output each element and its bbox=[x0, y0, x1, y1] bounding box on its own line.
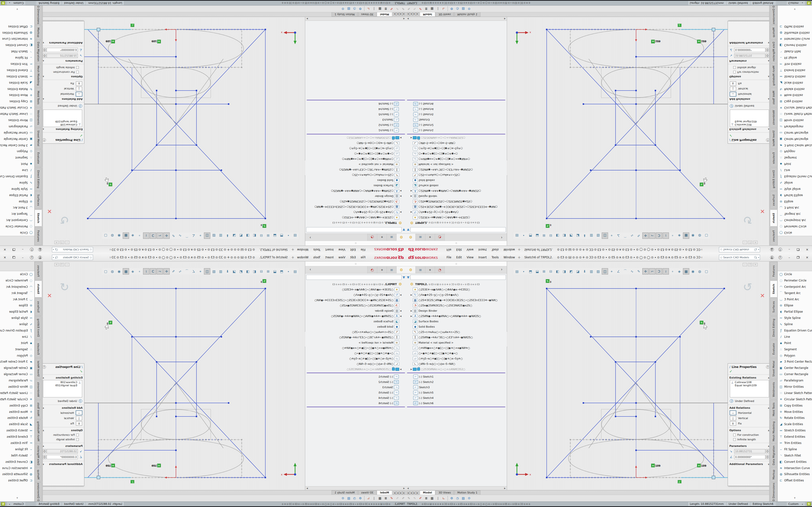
rollback-bar[interactable] bbox=[307, 134, 405, 134]
configurationmanager-tab[interactable]: ⌖ bbox=[377, 234, 387, 241]
tree-item[interactable]: Σ ○25ИΝ◉∘✛A∩ᵀ3Ɛ○∘○Ɛ3ᵀ∩A✛∘◉ΝИ25○ bbox=[305, 335, 406, 340]
collapse-icon[interactable]: ∧ bbox=[43, 377, 44, 379]
help-circle-icon[interactable]: ? bbox=[43, 365, 46, 369]
tool-ellipse[interactable]: ⊖ Ellipse bbox=[778, 199, 812, 205]
menu-tools[interactable]: Tools bbox=[489, 247, 501, 252]
angle-spinner[interactable]: ▲▼ bbox=[43, 48, 46, 52]
tool-point[interactable]: ▪ Point bbox=[0, 161, 34, 167]
tree-item[interactable]: ◪ Surface Bodies bbox=[305, 183, 406, 188]
flyout-chevron-icon[interactable]: › bbox=[501, 267, 502, 272]
add-relation-horizontal[interactable]: — Horizontal bbox=[728, 410, 769, 415]
tool-line[interactable]: ∕ Line bbox=[778, 167, 812, 173]
tree-item-sketch[interactable]: ⌐ (-) Sketch5 bbox=[406, 112, 507, 117]
tool-move-entities[interactable]: ✛ Move Entities bbox=[778, 92, 812, 99]
menu-file[interactable]: File bbox=[444, 247, 454, 252]
menu-tools[interactable]: Tools bbox=[311, 247, 323, 252]
tree-item[interactable]: ▱ ○✛ʒ5∘ʀ○✳◉[○∘○]◉✳○ʀ∘5ʒ✛○ bbox=[406, 146, 507, 151]
tool-corner-rectangle[interactable]: ▭ Corner Rectangle bbox=[778, 371, 812, 377]
tool-linear-sketch-pattern[interactable]: ∷ Linear Sketch Pattern bbox=[0, 390, 34, 396]
confirmation-corner[interactable]: ↺ ✕ bbox=[743, 208, 765, 226]
tool-equation-driven-curve[interactable]: ƒ Equation Driven Curve bbox=[778, 327, 812, 334]
restore-button[interactable] bbox=[795, 254, 801, 261]
tool-segment[interactable]: ∴ Segment bbox=[778, 155, 812, 161]
child-close-icon[interactable]: ✕ bbox=[54, 263, 59, 266]
tool-fit-spline[interactable]: ⌣ Fit Spline bbox=[0, 55, 34, 61]
child-restore-icon[interactable]: ❒ bbox=[60, 241, 64, 244]
angle-field[interactable]: 0.00000000° bbox=[47, 48, 78, 52]
tool-perimeter-circle[interactable]: ◌ Perimeter Circle bbox=[0, 277, 34, 284]
tree-item[interactable]: ▱ ○✛ИΝ◉ʀ+○✳◉[○∘○]◉✳○+ʀ◉ΝИ✛○ bbox=[305, 157, 406, 162]
angle-field[interactable]: 0.00000000° bbox=[734, 48, 765, 52]
tree-item[interactable]: ≡ Material < not specified > bbox=[305, 162, 406, 167]
add-relation-fix[interactable]: ⚓ Fix bbox=[728, 421, 769, 426]
tree-item-sketch[interactable]: ⌐ (-) Sketch5 bbox=[305, 112, 406, 117]
tool-scale-entities[interactable]: ◢ Scale Entities bbox=[0, 80, 34, 86]
menu-view[interactable]: View bbox=[336, 255, 348, 260]
tool-circular-sketch-pattern[interactable]: ✳ Circular Sketch Pattern bbox=[0, 105, 34, 111]
confirmation-corner[interactable]: ↺ ✕ bbox=[47, 208, 69, 226]
menu-window[interactable]: Window bbox=[501, 255, 517, 260]
tree-horizontal-scrollbar[interactable]: ◀ ▶ bbox=[305, 486, 406, 490]
splitter-knob[interactable] bbox=[456, 263, 457, 265]
tool-circle[interactable]: ◯ Circle bbox=[778, 230, 812, 236]
scroll-left-icon[interactable]: ◀ bbox=[402, 18, 406, 20]
tree-item[interactable]: Σ ○25ИΝ◉∘✛A∩ᵀ3Ɛ○∘○Ɛ3ᵀ∩A✛∘◉ΝИ25○ bbox=[406, 335, 507, 340]
tree-item[interactable]: ▱ ○∙◉✛○✳◉[○∘○]◉✳○✛◉∙○ bbox=[406, 151, 507, 157]
relation-entry[interactable]: Collinear108 bbox=[735, 381, 756, 384]
featuremanager-tree-tab[interactable]: ⚙ bbox=[396, 234, 406, 241]
tree-item[interactable]: Σ ○25ИΝ◉∘✛A∩ᵀ3Ɛ○∘○Ɛ3ᵀ∩A✛∘◉ΝИ25○ bbox=[305, 167, 406, 172]
user-account-button[interactable] bbox=[37, 254, 44, 261]
tool-intersection-curve[interactable]: ≋ Intersection Curve bbox=[0, 36, 34, 42]
tree-item[interactable]: ▶ ○253ƐИΝA∩+○∘○+∩AΝИƐ352○ bbox=[305, 135, 406, 140]
scroll-left-icon[interactable]: ◀ bbox=[402, 487, 406, 489]
tool-convert-entities[interactable]: ◧ Convert Entities bbox=[778, 459, 812, 465]
tab-nav-2[interactable]: ▶ bbox=[413, 12, 416, 16]
tool-segment[interactable]: ∴ Segment bbox=[0, 346, 34, 352]
child-restore-icon[interactable]: ❒ bbox=[60, 263, 64, 266]
doc-tab-3d-views[interactable]: 3D Views bbox=[358, 12, 377, 17]
close-button[interactable]: ✕ bbox=[1, 246, 8, 253]
search-box[interactable]: ◇ Search CAD Models ▾ bbox=[52, 255, 93, 260]
pin-icon[interactable]: ✛ bbox=[518, 256, 520, 259]
doc-tab-3d-views[interactable]: 3D Views bbox=[436, 490, 454, 495]
cm-tab-features[interactable]: Features bbox=[770, 262, 777, 280]
tool-3-point-center-recta-[interactable]: ▰ 3 Point Center Recta... bbox=[778, 358, 812, 365]
graphics-area[interactable]: ▤∙⬒⬓⊞⊟◧◨◩◪⬇▥▨◫⌖∠⌒∿✎✛⌐Ɔ≀∘◈▦◉◍▢ – ❒ ✕ bbox=[43, 17, 305, 245]
filter-tool-1[interactable]: ✎ bbox=[412, 6, 418, 12]
tool-perimeter-circle[interactable]: ◌ Perimeter Circle bbox=[778, 223, 812, 230]
option-0[interactable]: For construction bbox=[43, 70, 84, 74]
menu-file[interactable]: File bbox=[358, 247, 368, 252]
tool-circle[interactable]: ◯ Circle bbox=[0, 230, 34, 236]
tool-copy-entities[interactable]: ⊞ Copy Entities bbox=[0, 402, 34, 409]
accept-check-icon[interactable]: ✓ bbox=[728, 369, 769, 375]
tree-item[interactable]: ▱ ○∙◉✛○✳◉[○∘○]◉✳○✛◉∙○ bbox=[406, 350, 507, 356]
tool-stretch-entities[interactable]: ↔ Stretch Entities bbox=[778, 73, 812, 80]
tool-point[interactable]: ▪ Point bbox=[778, 161, 812, 167]
configurationmanager-tab[interactable]: ⌖ bbox=[425, 266, 435, 273]
tree-item-sketch[interactable]: ⌐ (-) Sketch1 bbox=[305, 374, 406, 379]
tree-item-sketch[interactable]: ⌐ (-) Sketch4 bbox=[305, 395, 406, 400]
cm-tab-mold-tools[interactable]: Mold Tools bbox=[770, 400, 777, 419]
rollback-bar[interactable] bbox=[407, 406, 505, 407]
tab-nav-2[interactable]: ▶ bbox=[396, 12, 399, 16]
selected-endpoint-handle[interactable] bbox=[97, 28, 100, 31]
tree-item-sketch[interactable]: ⌐ (-) Sketch1 bbox=[305, 128, 406, 133]
selected-endpoint-handle[interactable] bbox=[712, 28, 715, 31]
tree-item[interactable]: ▦ ○25✛3Ɛ25○ИΝ◉∘✛ƆƆƐ3Ɛ∩3Ɛ25○∘○25Ɛ3∩Ɛ3ƆƆ✛∘… bbox=[305, 297, 406, 303]
filter-tool-10[interactable]: ⚙ bbox=[340, 495, 346, 501]
relation-entry[interactable]: Collinear108 bbox=[735, 123, 756, 126]
length-field[interactable]: 10.88152731 bbox=[734, 54, 765, 58]
tree-item[interactable]: ◔ ○25ʀ◉25ИΝ3Ɛ25○∘○25Ɛ3ΝИ25◉ʀ25○ bbox=[305, 199, 406, 204]
help-button[interactable]: ? bbox=[29, 246, 35, 253]
tool-stretch-entities[interactable]: ↔ Stretch Entities bbox=[0, 427, 34, 434]
tool-center-rectangle[interactable]: ▣ Center Rectangle bbox=[778, 365, 812, 371]
tool-parallelogram[interactable]: ▱ Parallelogram bbox=[0, 377, 34, 384]
menu-view[interactable]: View bbox=[464, 255, 476, 260]
tool-stretch-entities[interactable]: ↔ Stretch Entities bbox=[778, 427, 812, 434]
filter-tool-2[interactable]: ✐ bbox=[389, 6, 394, 12]
tab-nav-buttons[interactable]: ◀◀▶▶ bbox=[406, 12, 419, 16]
restore-button[interactable] bbox=[795, 246, 801, 253]
tree-item[interactable]: Σ ○25ИΝ◉∘✛A∩ᵀ3Ɛ○∘○Ɛ3ᵀ∩A✛∘◉ΝИ25○ bbox=[406, 167, 507, 172]
tree-item[interactable]: ◔ ○25ʀ◉25ИΝ3Ɛ25○∘○25Ɛ3ΝИ25◉ʀ25○ bbox=[305, 303, 406, 308]
tree-horizontal-scrollbar[interactable]: ◀ ▶ bbox=[305, 17, 406, 21]
